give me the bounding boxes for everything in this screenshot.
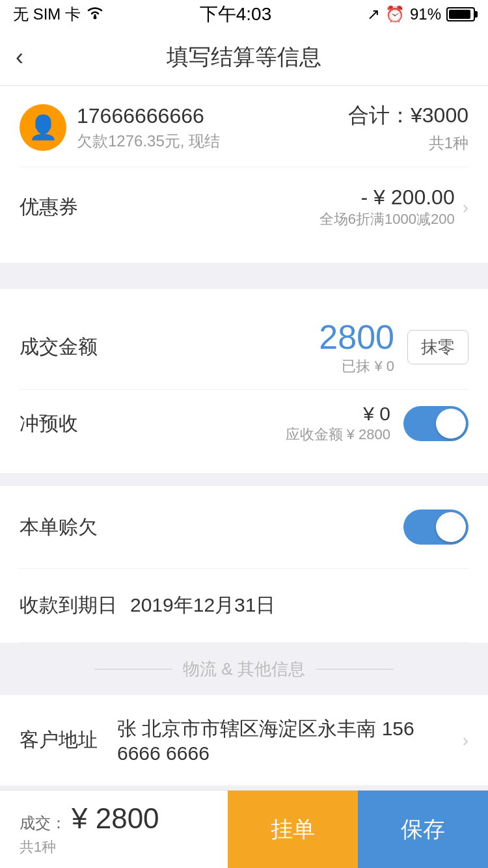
total-count: 共1种 xyxy=(348,133,468,154)
coupon-discount: - ¥ 200.00 xyxy=(319,185,455,210)
battery-icon xyxy=(446,7,475,21)
address-chevron-icon: › xyxy=(463,730,468,751)
credit-toggle[interactable] xyxy=(403,509,468,545)
section-divider-1 xyxy=(0,276,488,289)
deal-amount-wrap: 2800 已抹 ¥ 0 xyxy=(319,318,394,376)
address-section[interactable]: 客户地址 张 北京市市辖区海淀区永丰南 156 6666 6666 › xyxy=(0,695,488,785)
prepay-toggle[interactable] xyxy=(403,406,468,441)
credit-toggle-knob xyxy=(436,512,466,542)
avatar: 👤 xyxy=(20,104,66,151)
location-icon: ↗ xyxy=(367,5,380,23)
coupon-label: 优惠券 xyxy=(20,194,78,221)
battery-percent: 91% xyxy=(410,5,441,23)
prepay-sub: 应收金额 ¥ 2800 xyxy=(286,425,390,444)
customer-left: 👤 17666666666 欠款1276.35元, 现结 xyxy=(20,104,220,152)
section-divider-2 xyxy=(0,473,488,486)
avatar-icon: 👤 xyxy=(29,114,58,141)
credit-label: 本单赊欠 xyxy=(20,514,98,541)
bottom-count: 共1种 xyxy=(20,837,208,857)
coupon-row[interactable]: 优惠券 - ¥ 200.00 全场6折满1000减200 › xyxy=(20,167,468,247)
address-row[interactable]: 客户地址 张 北京市市辖区海淀区永丰南 156 6666 6666 › xyxy=(20,695,468,785)
status-time: 下午4:03 xyxy=(200,2,272,27)
prepay-value: ¥ 0 xyxy=(286,403,390,425)
coupon-info: - ¥ 200.00 全场6折满1000减200 xyxy=(319,185,455,229)
page-title: 填写结算等信息 xyxy=(167,42,321,72)
deal-amount-label: 成交金额 xyxy=(20,334,98,360)
bottom-info: 成交： ¥ 2800 共1种 xyxy=(0,802,228,857)
deal-section: 成交金额 2800 已抹 ¥ 0 抹零 冲预收 ¥ 0 应收金额 ¥ 2800 xyxy=(0,289,488,473)
content-area: 👤 17666666666 欠款1276.35元, 现结 合计：¥3000 共1… xyxy=(0,86,488,868)
bottom-deal: 成交： ¥ 2800 xyxy=(20,802,208,835)
coupon-desc: 全场6折满1000减200 xyxy=(319,210,455,229)
alarm-icon: ⏰ xyxy=(385,5,405,23)
status-right: ↗ ⏰ 91% xyxy=(367,5,475,23)
nav-bar: ‹ 填写结算等信息 xyxy=(0,29,488,86)
logistics-divider: 物流 & 其他信息 xyxy=(0,643,488,695)
due-date-row: 收款到期日 2019年12月31日 xyxy=(20,569,468,643)
status-bar: 无 SIM 卡 下午4:03 ↗ ⏰ 91% xyxy=(0,0,488,29)
bottom-deal-amount: ¥ 2800 xyxy=(72,802,159,835)
toggle-knob xyxy=(436,409,466,439)
coupon-right: - ¥ 200.00 全场6折满1000减200 › xyxy=(319,185,468,229)
customer-debt: 欠款1276.35元, 现结 xyxy=(77,131,220,152)
deal-amount-sub: 已抹 ¥ 0 xyxy=(319,357,394,376)
logistics-text: 物流 & 其他信息 xyxy=(94,658,394,681)
credit-row: 本单赊欠 xyxy=(20,486,468,569)
back-button[interactable]: ‹ xyxy=(16,44,23,71)
prepay-right: ¥ 0 应收金额 ¥ 2800 xyxy=(286,403,468,444)
chevron-right-icon: › xyxy=(463,197,468,218)
round-button[interactable]: 抹零 xyxy=(407,330,468,364)
svg-point-0 xyxy=(94,16,97,20)
due-date-value: 2019年12月31日 xyxy=(130,592,275,619)
credit-section: 本单赊欠 收款到期日 2019年12月31日 xyxy=(0,486,488,643)
carrier-text: 无 SIM 卡 xyxy=(13,4,81,25)
pending-button[interactable]: 挂单 xyxy=(228,791,358,869)
deal-amount-right: 2800 已抹 ¥ 0 抹零 xyxy=(319,318,468,376)
total-amount: 合计：¥3000 xyxy=(348,102,468,130)
status-left: 无 SIM 卡 xyxy=(13,4,104,25)
prepay-info: ¥ 0 应收金额 ¥ 2800 xyxy=(286,403,390,444)
customer-row: 👤 17666666666 欠款1276.35元, 现结 合计：¥3000 共1… xyxy=(20,102,468,154)
bottom-bar: 成交： ¥ 2800 共1种 挂单 保存 xyxy=(0,790,488,868)
address-value: 张 北京市市辖区海淀区永丰南 156 6666 6666 xyxy=(117,716,463,765)
customer-info: 17666666666 欠款1276.35元, 现结 xyxy=(77,104,220,152)
customer-card: 👤 17666666666 欠款1276.35元, 现结 合计：¥3000 共1… xyxy=(0,86,488,263)
customer-phone: 17666666666 xyxy=(77,104,220,128)
prepay-row: 冲预收 ¥ 0 应收金额 ¥ 2800 xyxy=(20,390,468,457)
save-button[interactable]: 保存 xyxy=(358,791,488,869)
deal-amount-row: 成交金额 2800 已抹 ¥ 0 抹零 xyxy=(20,305,468,390)
customer-total: 合计：¥3000 共1种 xyxy=(348,102,468,154)
address-label: 客户地址 xyxy=(20,727,98,753)
deal-amount-value: 2800 xyxy=(319,318,394,357)
prepay-label: 冲预收 xyxy=(20,411,78,437)
wifi-icon xyxy=(86,5,104,23)
bottom-deal-label: 成交： xyxy=(20,813,66,834)
due-date-label: 收款到期日 xyxy=(20,592,117,619)
